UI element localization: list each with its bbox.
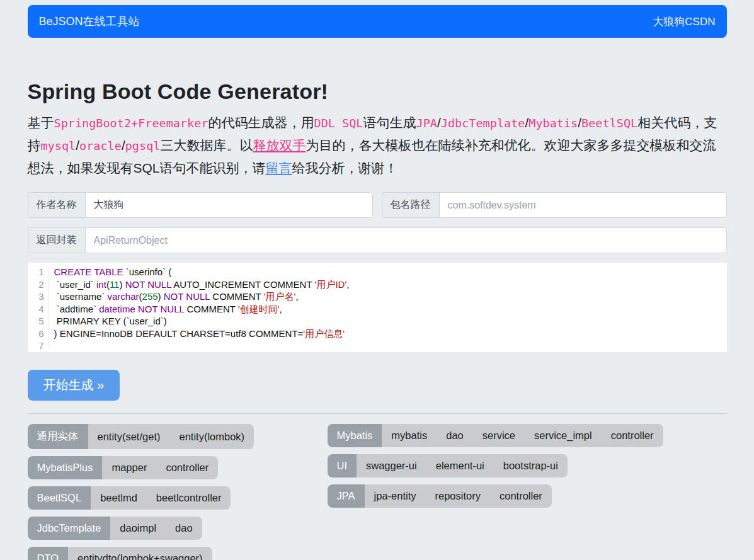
intro-code-snippet: mysql xyxy=(41,139,76,152)
intro-code-snippet: BeetlSQL xyxy=(581,117,637,130)
template-item-button[interactable]: controller xyxy=(156,456,218,479)
template-item-button[interactable]: entity(set/get) xyxy=(88,424,170,449)
line-number: 7 xyxy=(28,340,44,352)
template-group-leader-button[interactable]: Mybatis xyxy=(328,424,382,447)
template-item-button[interactable]: bootstrap-ui xyxy=(494,454,568,477)
template-group-leader-button[interactable]: BeetlSQL xyxy=(28,486,91,510)
code-line: `username` varchar(255) NOT NULL COMMENT… xyxy=(54,290,727,303)
template-group: Mybatismybatisdaoserviceservice_implcont… xyxy=(328,424,663,447)
template-item-button[interactable]: entitydto(lombok+swagger) xyxy=(68,547,212,560)
intro-text-segment: 三大数据库。以 xyxy=(160,138,253,152)
template-item-button[interactable]: controller xyxy=(602,424,663,447)
template-item-button[interactable]: swagger-ui xyxy=(357,454,426,477)
return-wrapper-input[interactable] xyxy=(85,227,727,253)
intro-code-snippet: oracle xyxy=(79,139,122,152)
package-label: 包名路径 xyxy=(382,192,439,218)
return-wrapper-label: 返回封装 xyxy=(28,227,85,253)
template-group: UIswagger-uielement-uibootstrap-ui xyxy=(328,454,568,477)
template-item-button[interactable]: service_impl xyxy=(525,424,602,447)
code-line: `addtime` datetime NOT NULL COMMENT '创建时… xyxy=(54,303,727,316)
intro-text-segment: 的代码生成器，用 xyxy=(208,115,314,130)
intro-text-segment: 基于 xyxy=(28,115,54,130)
intro-code-snippet: SpringBoot2+Freemarker xyxy=(54,117,208,130)
page-title: Spring Boot Code Generator! xyxy=(28,79,727,104)
generate-button[interactable]: 开始生成 » xyxy=(28,370,120,401)
free-hands-link[interactable]: 释放双手 xyxy=(253,138,306,152)
intro-code-snippet: pgsql xyxy=(125,139,161,152)
navbar-brand-link[interactable]: BeJSON在线工具站 xyxy=(39,14,140,29)
template-group-leader-button[interactable]: DTO xyxy=(28,547,69,560)
template-item-button[interactable]: dao xyxy=(166,517,202,540)
template-group-leader-button[interactable]: 通用实体 xyxy=(28,424,88,449)
template-item-button[interactable]: entity(lombok) xyxy=(169,424,254,449)
author-input[interactable] xyxy=(85,192,373,218)
template-item-button[interactable]: mybatis xyxy=(382,424,437,447)
navbar-csdn-link[interactable]: 大狼狗CSDN xyxy=(653,14,715,29)
template-group: BeetlSQLbeetlmdbeetlcontroller xyxy=(28,486,231,510)
template-group-leader-button[interactable]: UI xyxy=(328,454,357,477)
author-input-group: 作者名称 xyxy=(28,192,373,218)
package-input-group: 包名路径 xyxy=(382,192,727,218)
template-item-button[interactable]: controller xyxy=(490,484,552,508)
line-number: 4 xyxy=(28,303,44,316)
navbar: BeJSON在线工具站 大狼狗CSDN xyxy=(28,5,727,38)
line-number: 3 xyxy=(28,290,44,303)
code-line: CREATE TABLE `userinfo` ( xyxy=(54,266,727,278)
sql-code-editor[interactable]: 1234567 CREATE TABLE `userinfo` ( `user_… xyxy=(28,263,727,352)
template-group-leader-button[interactable]: MybatisPlus xyxy=(28,456,103,479)
line-number: 5 xyxy=(28,315,44,328)
code-line: ) ENGINE=InnoDB DEFAULT CHARSET=utf8 COM… xyxy=(54,328,727,340)
intro-code-snippet: JPA xyxy=(416,117,437,130)
line-number: 2 xyxy=(28,278,44,291)
return-wrapper-input-group: 返回封装 xyxy=(28,227,727,253)
template-group-leader-button[interactable]: JPA xyxy=(328,484,365,508)
template-item-button[interactable]: jpa-entity xyxy=(365,484,426,508)
code-line: PRIMARY KEY (`user_id`) xyxy=(54,315,727,328)
page-container: BeJSON在线工具站 大狼狗CSDN Spring Boot Code Gen… xyxy=(28,5,727,560)
intro-code-snippet: DDL SQL xyxy=(314,117,363,130)
template-item-button[interactable]: dao xyxy=(437,424,473,447)
template-col-left: 通用实体entity(set/get)entity(lombok)Mybatis… xyxy=(28,424,328,560)
author-label: 作者名称 xyxy=(28,192,85,218)
intro-text: 基于SpringBoot2+Freemarker的代码生成器，用DDL SQL语… xyxy=(28,111,727,180)
line-number: 1 xyxy=(28,266,44,278)
intro-code-snippet: JdbcTemplate xyxy=(441,117,525,130)
intro-text-segment: 给我分析，谢谢！ xyxy=(292,161,398,175)
template-item-button[interactable]: mapper xyxy=(102,456,156,479)
template-groups: 通用实体entity(set/get)entity(lombok)Mybatis… xyxy=(28,424,727,560)
template-item-button[interactable]: service xyxy=(473,424,525,447)
divider xyxy=(28,413,727,414)
template-group: JdbcTemplatedaoimpldao xyxy=(28,517,202,540)
leave-message-link[interactable]: 留言 xyxy=(266,161,292,175)
template-group: JPAjpa-entityrepositorycontroller xyxy=(328,484,552,508)
template-group-leader-button[interactable]: JdbcTemplate xyxy=(28,517,111,540)
package-input[interactable] xyxy=(439,192,727,218)
line-number: 6 xyxy=(28,328,44,340)
template-group: MybatisPlusmappercontroller xyxy=(28,456,219,479)
form-row-1: 作者名称 包名路径 xyxy=(28,192,727,218)
template-item-button[interactable]: repository xyxy=(426,484,490,508)
template-group: DTOentitydto(lombok+swagger) xyxy=(28,547,212,560)
editor-line-numbers: 1234567 xyxy=(28,266,49,349)
intro-code-snippet: Mybatis xyxy=(528,117,578,130)
form-row-2: 返回封装 xyxy=(28,227,727,253)
template-group: 通用实体entity(set/get)entity(lombok) xyxy=(28,424,254,449)
code-line xyxy=(54,340,727,352)
editor-code-lines[interactable]: CREATE TABLE `userinfo` ( `user_id` int(… xyxy=(49,266,727,349)
intro-text-segment: 语句生成 xyxy=(363,115,416,130)
template-item-button[interactable]: daoimpl xyxy=(110,517,166,540)
template-col-right: Mybatismybatisdaoserviceservice_implcont… xyxy=(328,424,727,560)
template-item-button[interactable]: element-ui xyxy=(426,454,494,477)
template-item-button[interactable]: beetlcontroller xyxy=(147,486,231,510)
template-item-button[interactable]: beetlmd xyxy=(91,486,147,510)
code-line: `user_id` int(11) NOT NULL AUTO_INCREMEN… xyxy=(54,278,727,291)
